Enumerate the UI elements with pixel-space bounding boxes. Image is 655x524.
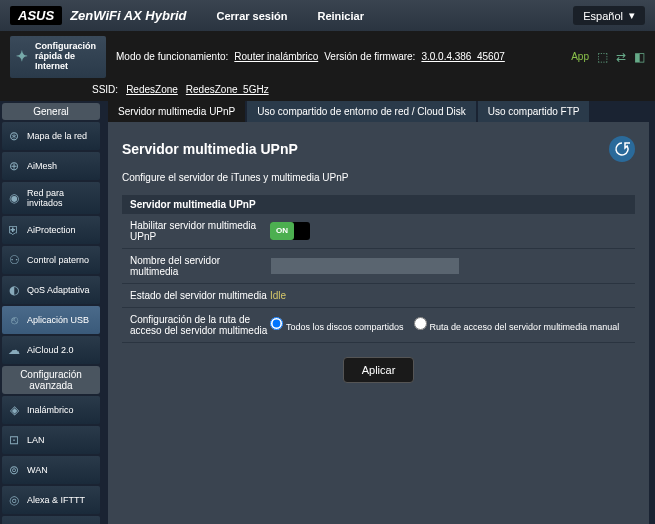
sidebar-item-wan[interactable]: ⊚WAN	[2, 456, 100, 484]
ssid-1[interactable]: RedesZone	[126, 84, 178, 95]
subheader: Servidor multimedia UPnP	[122, 195, 635, 214]
panel-desc: Configure el servidor de iTunes y multim…	[122, 172, 635, 183]
usb-icon: ⎋	[6, 312, 22, 328]
parental-icon: ⚇	[6, 252, 22, 268]
status-icon-1[interactable]: ⬚	[597, 50, 608, 64]
sidebar-item-guest[interactable]: ◉Red para invitados	[2, 182, 100, 214]
wan-icon: ⊚	[6, 462, 22, 478]
lan-icon: ⊡	[6, 432, 22, 448]
sidebar-item-ipv6[interactable]: ⬢IPv6	[2, 516, 100, 524]
ssid-row: SSID: RedesZone RedesZone_5GHz	[0, 82, 655, 101]
sidebar-item-wireless[interactable]: ◈Inalámbrico	[2, 396, 100, 424]
sidebar-item-alexa[interactable]: ◎Alexa & IFTTT	[2, 486, 100, 514]
qos-icon: ◐	[6, 282, 22, 298]
sidebar-item-aimesh[interactable]: ⊕AiMesh	[2, 152, 100, 180]
tab-upnp[interactable]: Servidor multimedia UPnP	[108, 101, 245, 122]
section-advanced: Configuración avanzada	[2, 366, 100, 394]
section-general: General	[2, 103, 100, 120]
content-area: Servidor multimedia UPnP Uso compartido …	[102, 101, 655, 524]
sidebar: General ⊛Mapa de la red ⊕AiMesh ◉Red par…	[0, 101, 102, 524]
radio-all-disks[interactable]: Todos los discos compartidos	[270, 317, 404, 332]
sidebar-item-aicloud[interactable]: ☁AiCloud 2.0	[2, 336, 100, 364]
guest-icon: ◉	[6, 190, 22, 206]
fw-value[interactable]: 3.0.0.4.386_45607	[421, 51, 504, 62]
enable-toggle[interactable]: ON	[270, 222, 310, 240]
sidebar-item-lan[interactable]: ⊡LAN	[2, 426, 100, 454]
brand-logo: ASUS	[10, 6, 62, 25]
wifi-icon: ◈	[6, 402, 22, 418]
radio-manual-input[interactable]	[414, 317, 427, 330]
status-icon-3[interactable]: ◧	[634, 50, 645, 64]
language-selector[interactable]: Español ▾	[573, 6, 645, 25]
tab-cloud-disk[interactable]: Uso compartido de entorno de red / Cloud…	[247, 101, 475, 122]
shield-icon: ⛨	[6, 222, 22, 238]
sidebar-item-usb[interactable]: ⎋Aplicación USB	[2, 306, 100, 334]
status-label: Estado del servidor multimedia	[130, 290, 270, 301]
sidebar-item-parental[interactable]: ⚇Control paterno	[2, 246, 100, 274]
tabs: Servidor multimedia UPnP Uso compartido …	[108, 101, 649, 122]
model-name: ZenWiFi AX Hybrid	[70, 8, 186, 23]
ssid-2[interactable]: RedesZone_5GHz	[186, 84, 269, 95]
reboot-button[interactable]: Reiniciar	[317, 10, 363, 22]
sidebar-item-aiprotection[interactable]: ⛨AiProtection	[2, 216, 100, 244]
panel-title: Servidor multimedia UPnP	[122, 141, 298, 157]
logout-button[interactable]: Cerrar sesión	[217, 10, 288, 22]
apply-button[interactable]: Aplicar	[343, 357, 415, 383]
globe-icon: ✦	[14, 49, 30, 65]
enable-label: Habilitar servidor multimedia UPnP	[130, 220, 270, 242]
refresh-button[interactable]	[609, 136, 635, 162]
tab-ftp[interactable]: Uso compartido FTP	[478, 101, 590, 122]
language-label: Español	[583, 10, 623, 22]
info-bar: ✦ Configuración rápida de Internet Modo …	[0, 32, 655, 82]
name-label: Nombre del servidor multimedia	[130, 255, 270, 277]
app-button[interactable]: App	[571, 51, 589, 62]
sidebar-item-qos[interactable]: ◐QoS Adaptativa	[2, 276, 100, 304]
ssid-label: SSID:	[92, 84, 118, 95]
mode-value[interactable]: Router inalámbrico	[234, 51, 318, 62]
mesh-icon: ⊕	[6, 158, 22, 174]
sidebar-item-network-map[interactable]: ⊛Mapa de la red	[2, 122, 100, 150]
network-icon: ⊛	[6, 128, 22, 144]
status-icon-2[interactable]: ⇄	[616, 50, 626, 64]
fw-label: Versión de firmware:	[324, 51, 415, 62]
toggle-on-text: ON	[270, 222, 294, 240]
cloud-icon: ☁	[6, 342, 22, 358]
panel: Servidor multimedia UPnP Configure el se…	[108, 122, 649, 524]
chevron-down-icon: ▾	[629, 9, 635, 22]
mode-label: Modo de funcionamiento:	[116, 51, 228, 62]
radio-all-disks-input[interactable]	[270, 317, 283, 330]
alexa-icon: ◎	[6, 492, 22, 508]
status-value: Idle	[270, 290, 286, 301]
server-name-input[interactable]	[270, 257, 460, 275]
radio-manual[interactable]: Ruta de acceso del servidor multimedia m…	[414, 317, 620, 332]
path-label: Configuración de la ruta de acceso del s…	[130, 314, 270, 336]
quick-setup-label: Configuración rápida de Internet	[35, 42, 102, 72]
refresh-icon	[614, 141, 630, 157]
quick-setup-button[interactable]: ✦ Configuración rápida de Internet	[10, 36, 106, 78]
topbar: ASUS ZenWiFi AX Hybrid Cerrar sesión Rei…	[0, 0, 655, 32]
